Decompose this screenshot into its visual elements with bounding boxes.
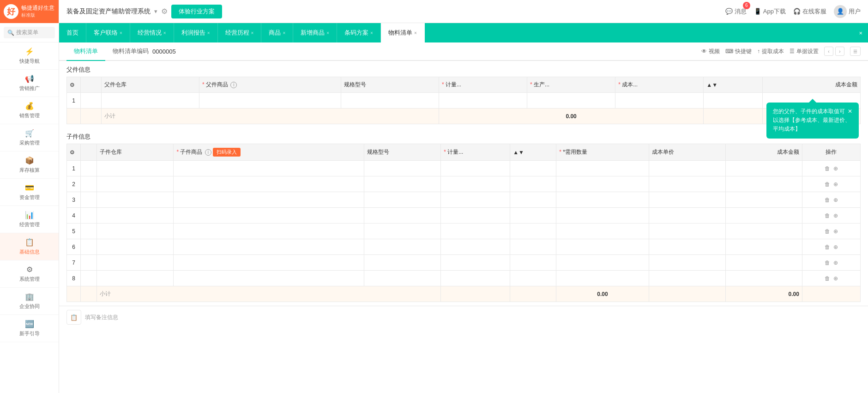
search-trigger[interactable]: 🔍 搜索菜单	[4, 27, 55, 38]
child-row-5-price[interactable]	[649, 224, 725, 239]
child-row-7-price[interactable]	[649, 255, 725, 271]
shortcut-action[interactable]: ⌨ 快捷键	[725, 48, 752, 55]
prev-doc-arrow[interactable]: ‹	[824, 47, 833, 56]
tab-barcode-close[interactable]: ×	[370, 30, 373, 36]
child-row-6-warehouse[interactable]	[97, 239, 174, 255]
child-row-8-warehouse[interactable]	[97, 271, 174, 286]
extract-cost-action[interactable]: ↑ 提取成本	[757, 48, 784, 55]
child-row-6-spec[interactable]	[364, 239, 441, 255]
list-view-btn[interactable]: ☰	[850, 47, 861, 56]
child-row-3-copy-icon[interactable]: ⊕	[833, 197, 838, 203]
child-row-4-price[interactable]	[649, 208, 725, 224]
next-doc-arrow[interactable]: ›	[835, 47, 844, 56]
child-row-3-product[interactable]	[174, 192, 364, 208]
child-row-3-unit[interactable]	[441, 192, 510, 208]
parent-col-settings[interactable]: ⚙	[67, 77, 81, 93]
child-row-8-unit[interactable]	[441, 271, 510, 286]
child-row-5-unit[interactable]	[441, 224, 510, 239]
tab-customer[interactable]: 客户联络 ×	[86, 23, 130, 42]
parent-row-1-unit[interactable]	[439, 93, 527, 109]
tab-profit[interactable]: 利润报告 ×	[174, 23, 218, 42]
child-row-1-qty[interactable]	[556, 161, 649, 176]
user-btn[interactable]: 👤 用户	[834, 5, 861, 18]
child-row-1-delete-icon[interactable]: 🗑	[825, 165, 830, 172]
remark-icon[interactable]: 📋	[66, 310, 81, 325]
child-row-1-product[interactable]	[174, 161, 364, 176]
child-row-8-product[interactable]	[174, 271, 364, 286]
child-row-2-spec[interactable]	[364, 176, 441, 192]
child-row-8-qty[interactable]	[556, 271, 649, 286]
child-row-5-delete-icon[interactable]: 🗑	[825, 228, 830, 235]
sidebar-item-finance[interactable]: 💳 资金管理	[0, 179, 59, 206]
child-row-3-spec[interactable]	[364, 192, 441, 208]
child-row-2-qty[interactable]	[556, 176, 649, 192]
child-row-3-qty[interactable]	[556, 192, 649, 208]
child-row-4-delete-icon[interactable]: 🗑	[825, 212, 830, 219]
child-row-1-unit[interactable]	[441, 161, 510, 176]
tab-barcode[interactable]: 条码方案 ×	[337, 23, 381, 42]
app-download-btn[interactable]: 📱 App下载	[754, 7, 786, 16]
tab-new-goods[interactable]: 新增商品 ×	[293, 23, 337, 42]
doc-settings-action[interactable]: ☰ 单据设置	[790, 48, 819, 55]
tab-operation-close[interactable]: ×	[163, 30, 166, 36]
tab-history[interactable]: 经营历程 ×	[218, 23, 262, 42]
child-row-7-copy-icon[interactable]: ⊕	[833, 260, 838, 266]
online-service-btn[interactable]: 🎧 在线客服	[793, 7, 826, 16]
sidebar-item-operation[interactable]: 📊 经营管理	[0, 206, 59, 233]
tab-goods-close[interactable]: ×	[283, 30, 285, 36]
child-row-3-warehouse[interactable]	[97, 192, 174, 208]
sub-tab-bom[interactable]: 物料清单	[66, 42, 105, 61]
child-row-4-unit[interactable]	[441, 208, 510, 224]
parent-row-1-product[interactable]	[199, 93, 341, 109]
parent-row-1-cost[interactable]	[615, 93, 704, 109]
sidebar-item-guide[interactable]: 🆕 新手引导	[0, 315, 59, 342]
child-row-6-price[interactable]	[649, 239, 725, 255]
parent-row-1-prod[interactable]	[527, 93, 615, 109]
child-row-7-warehouse[interactable]	[97, 255, 174, 271]
tab-bom[interactable]: 物料清单 ×	[381, 23, 425, 42]
trial-button[interactable]: 体验行业方案	[171, 5, 222, 18]
tab-goods[interactable]: 商品 ×	[261, 23, 293, 42]
tab-bom-close[interactable]: ×	[414, 30, 417, 36]
child-row-3-delete-icon[interactable]: 🗑	[825, 197, 830, 203]
tab-history-close[interactable]: ×	[251, 30, 254, 36]
sidebar-item-basic-info[interactable]: 📋 基础信息	[0, 233, 59, 260]
child-row-6-unit[interactable]	[441, 239, 510, 255]
child-row-5-spec[interactable]	[364, 224, 441, 239]
child-row-2-warehouse[interactable]	[97, 176, 174, 192]
sidebar-item-inventory[interactable]: 📦 库存核算	[0, 151, 59, 179]
sidebar-item-quick-nav[interactable]: ⚡ 快捷导航	[0, 42, 59, 70]
child-row-4-product[interactable]	[174, 208, 364, 224]
child-row-4-spec[interactable]	[364, 208, 441, 224]
child-row-2-price[interactable]	[649, 176, 725, 192]
child-row-4-warehouse[interactable]	[97, 208, 174, 224]
child-row-1-warehouse[interactable]	[97, 161, 174, 176]
child-row-8-copy-icon[interactable]: ⊕	[833, 275, 838, 282]
child-row-7-product[interactable]	[174, 255, 364, 271]
child-row-5-warehouse[interactable]	[97, 224, 174, 239]
close-all-tabs[interactable]: ×	[853, 24, 868, 42]
remark-placeholder[interactable]: 填写备注信息	[85, 314, 118, 321]
tooltip-close-btn[interactable]: ✕	[848, 107, 852, 116]
sidebar-search-area[interactable]: 🔍 搜索菜单	[0, 23, 59, 42]
child-row-2-delete-icon[interactable]: 🗑	[825, 181, 830, 187]
child-row-7-qty[interactable]	[556, 255, 649, 271]
child-row-1-copy-icon[interactable]: ⊕	[833, 165, 838, 172]
child-row-5-qty[interactable]	[556, 224, 649, 239]
settings-icon[interactable]: ⚙	[161, 7, 168, 16]
child-row-5-copy-icon[interactable]: ⊕	[833, 228, 838, 235]
child-row-2-unit[interactable]	[441, 176, 510, 192]
child-col-settings[interactable]: ⚙	[67, 144, 81, 161]
tab-home[interactable]: 首页	[59, 23, 86, 42]
tab-customer-close[interactable]: ×	[120, 30, 122, 36]
parent-row-1-spec[interactable]	[341, 93, 439, 109]
child-row-2-product[interactable]	[174, 176, 364, 192]
tab-new-goods-close[interactable]: ×	[326, 30, 329, 36]
message-btn[interactable]: 💬 消息 6	[725, 7, 747, 16]
view-action[interactable]: 👁 视频	[701, 48, 720, 55]
child-row-2-copy-icon[interactable]: ⊕	[833, 181, 838, 187]
child-row-8-price[interactable]	[649, 271, 725, 286]
child-row-4-copy-icon[interactable]: ⊕	[833, 212, 838, 219]
scan-btn[interactable]: 扫码录入	[213, 148, 241, 157]
child-row-1-spec[interactable]	[364, 161, 441, 176]
